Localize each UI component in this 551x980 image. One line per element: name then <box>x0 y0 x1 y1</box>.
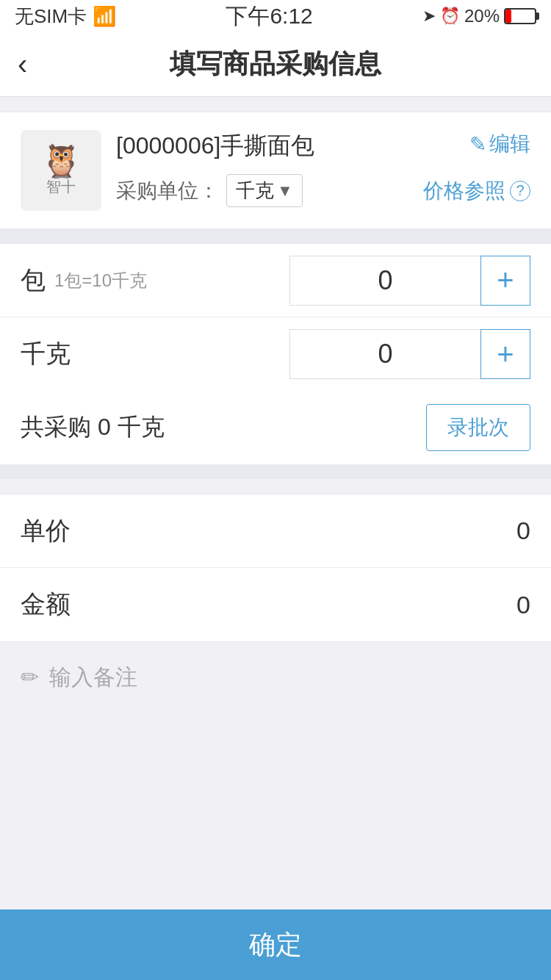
alarm-icon: ⏰ <box>440 7 460 26</box>
price-ref-label: 价格参照 <box>423 177 505 205</box>
total-label: 共采购 0 千克 <box>21 411 165 444</box>
unit-value: 千克 <box>236 178 274 203</box>
notes-section[interactable]: ✏ 输入备注 <box>0 642 551 760</box>
chevron-down-icon: ▼ <box>277 181 293 201</box>
battery-icon <box>504 8 536 24</box>
edit-button[interactable]: ✎ 编辑 <box>469 130 530 158</box>
status-right: ➤ ⏰ 20% <box>422 6 536 26</box>
bag-input-row: 包 1包=10千克 + <box>0 244 551 317</box>
amount-label: 金额 <box>21 588 71 621</box>
product-thumbnail: 🦉 智十 <box>21 130 101 211</box>
info-icon: ? <box>510 181 530 201</box>
input-section: 包 1包=10千克 + 千克 + <box>0 244 551 391</box>
section-divider-2 <box>0 464 551 479</box>
status-signal: 无SIM卡 📶 <box>15 4 116 29</box>
unit-price-row: 单价 0 <box>0 494 551 568</box>
product-logo: 🦉 <box>41 145 82 177</box>
status-bar: 无SIM卡 📶 下午6:12 ➤ ⏰ 20% <box>0 0 551 32</box>
section-divider-1 <box>0 229 551 244</box>
location-icon: ➤ <box>422 7 436 26</box>
product-info: [0000006]手撕面包 采购单位： 千克 ▼ 价格参照 ? <box>116 130 530 207</box>
kg-input-row: 千克 + <box>0 317 551 391</box>
edit-icon: ✎ <box>469 132 486 156</box>
confirm-button[interactable]: 确定 <box>0 909 551 980</box>
bag-label: 包 1包=10千克 <box>21 264 147 298</box>
pencil-icon: ✏ <box>21 664 39 690</box>
kg-label: 千克 <box>21 337 71 371</box>
price-section: 单价 0 金额 0 <box>0 494 551 642</box>
nav-bar: ‹ 填写商品采购信息 <box>0 32 551 97</box>
price-ref-button[interactable]: 价格参照 ? <box>423 177 530 205</box>
unit-select[interactable]: 千克 ▼ <box>226 174 303 207</box>
kg-quantity-input[interactable] <box>289 329 480 379</box>
kg-plus-button[interactable]: + <box>480 329 530 379</box>
edit-label: 编辑 <box>489 130 530 158</box>
product-meta: 采购单位： 千克 ▼ 价格参照 ? <box>116 174 530 207</box>
unit-row: 采购单位： 千克 ▼ <box>116 174 303 207</box>
wifi-icon: 📶 <box>93 5 116 28</box>
bag-sub: 1包=10千克 <box>54 269 147 292</box>
page-title: 填写商品采购信息 <box>170 46 381 82</box>
bag-input-right: + <box>289 256 530 306</box>
kg-input-right: + <box>289 329 530 379</box>
bag-quantity-input[interactable] <box>289 256 480 306</box>
amount-row: 金额 0 <box>0 568 551 641</box>
unit-price-label: 单价 <box>21 514 71 548</box>
bag-plus-button[interactable]: + <box>480 256 530 306</box>
back-button[interactable]: ‹ <box>18 48 27 81</box>
product-name: [0000006]手撕面包 <box>116 130 530 162</box>
unit-price-value: 0 <box>516 516 530 545</box>
amount-value: 0 <box>516 591 530 619</box>
unit-label: 采购单位： <box>116 177 219 205</box>
battery-percent: 20% <box>464 6 500 26</box>
notes-placeholder: 输入备注 <box>49 663 137 693</box>
batch-button[interactable]: 录批次 <box>426 404 530 451</box>
product-card: 🦉 智十 [0000006]手撕面包 采购单位： 千克 ▼ 价格参照 ? ✎ 编… <box>0 112 551 229</box>
sim-label: 无SIM卡 <box>15 4 87 29</box>
status-time: 下午6:12 <box>226 1 312 32</box>
total-row: 共采购 0 千克 录批次 <box>0 391 551 464</box>
product-logo-text: 智十 <box>46 177 76 197</box>
